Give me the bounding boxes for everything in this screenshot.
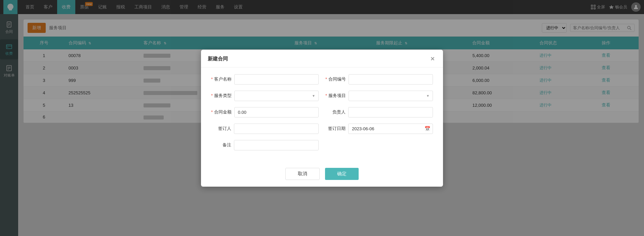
field-customer-name: 客户名称 [211, 74, 319, 85]
form-row-2: 服务类型 服务项目 [211, 91, 433, 101]
field-responsible: 负责人 [325, 107, 433, 117]
contract-amount-label: 合同金额 [211, 109, 232, 115]
sign-date-input[interactable] [348, 124, 433, 134]
field-sign-date: 签订日期 📅 [325, 124, 433, 134]
form-row-5: 备注 [211, 140, 433, 150]
sign-date-label: 签订日期 [325, 126, 346, 132]
service-type-wrap [234, 91, 319, 101]
notes-input[interactable] [234, 140, 319, 150]
form-row-3: 合同金额 负责人 [211, 107, 433, 117]
field-contract-no: 合同编号 [325, 74, 433, 85]
notes-label: 备注 [211, 142, 231, 148]
new-contract-modal: 新建合同 ✕ 客户名称 合同编号 服务类型 [201, 50, 443, 187]
cancel-button[interactable]: 取消 [285, 168, 320, 180]
field-signer: 签订人 [211, 124, 319, 134]
sign-date-wrap: 📅 [348, 124, 433, 134]
service-type-select[interactable] [234, 91, 319, 101]
responsible-label: 负责人 [325, 109, 346, 115]
contract-no-label: 合同编号 [325, 76, 346, 82]
form-row-4: 签订人 签订日期 📅 [211, 124, 433, 134]
contract-amount-input[interactable] [234, 107, 319, 117]
calendar-icon[interactable]: 📅 [425, 126, 430, 131]
modal-body: 客户名称 合同编号 服务类型 [201, 67, 443, 163]
service-type-label: 服务类型 [211, 93, 232, 99]
confirm-button[interactable]: 确定 [325, 168, 359, 180]
customer-name-label: 客户名称 [211, 76, 232, 82]
modal-footer: 取消 确定 [201, 163, 443, 187]
field-service-type: 服务类型 [211, 91, 319, 101]
modal-close-button[interactable]: ✕ [428, 55, 436, 63]
service-item-label: 服务项目 [325, 93, 346, 99]
field-notes: 备注 [211, 140, 319, 150]
field-contract-amount: 合同金额 [211, 107, 319, 117]
service-item-wrap [349, 91, 433, 101]
service-item-select[interactable] [349, 91, 433, 101]
signer-input[interactable] [234, 124, 319, 134]
signer-label: 签订人 [211, 126, 231, 132]
form-row-1: 客户名称 合同编号 [211, 74, 433, 85]
modal-title: 新建合同 [208, 56, 228, 62]
responsible-input[interactable] [348, 107, 433, 117]
field-service-item: 服务项目 [325, 91, 433, 101]
contract-no-input[interactable] [349, 74, 433, 85]
customer-name-input[interactable] [234, 74, 319, 85]
modal-header: 新建合同 ✕ [201, 50, 443, 67]
modal-overlay: 新建合同 ✕ 客户名称 合同编号 服务类型 [0, 0, 644, 236]
